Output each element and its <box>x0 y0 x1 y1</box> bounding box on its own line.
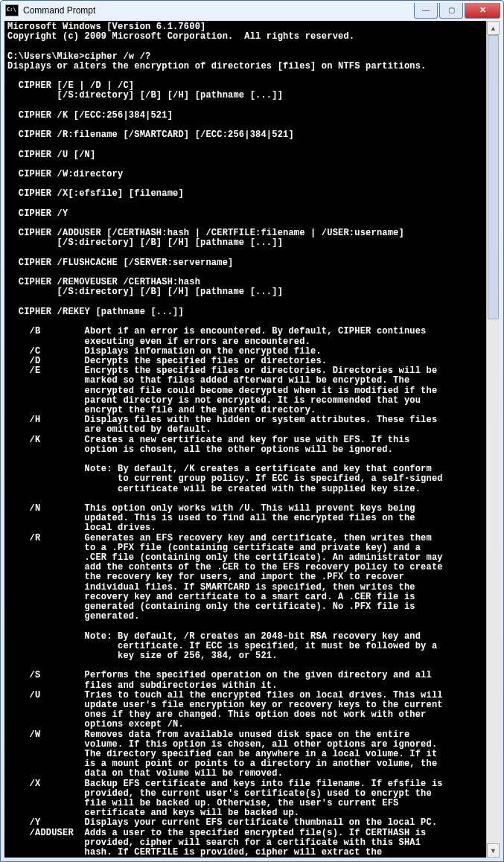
syntax-line: CIPHER /X[:efsfile] [filename] <box>7 188 184 199</box>
header-line1: Microsoft Windows [Version 6.1.7600] <box>7 22 205 32</box>
scroll-thumb[interactable] <box>488 35 499 319</box>
window-frame: Command Prompt — ▢ ✕ Microsoft Windows [… <box>0 0 504 862</box>
window-title: Command Prompt <box>23 5 412 16</box>
client-area: Microsoft Windows [Version 6.1.7600] Cop… <box>4 21 500 858</box>
option-x: /X Backup EFS certificate and keys into … <box>7 779 443 819</box>
option-b: /B Abort if an error is encountered. By … <box>7 326 427 346</box>
syntax-line: [/S:directory] [/B] [/H] [pathname [...]… <box>7 90 283 100</box>
option-u: /U Tries to touch all the encrypted file… <box>7 690 443 730</box>
option-c: /C Displays information on the encrypted… <box>7 346 322 357</box>
caption-buttons: — ▢ ✕ <box>412 3 500 19</box>
syntax-line: CIPHER /ADDUSER [/CERTHASH:hash | /CERTF… <box>7 228 404 238</box>
cmd-icon <box>5 4 19 16</box>
syntax-line: [/S:directory] [/B] [/H] [pathname [...]… <box>7 237 283 248</box>
option-y: /Y Displays your current EFS certificate… <box>7 817 437 828</box>
terminal-output[interactable]: Microsoft Windows [Version 6.1.7600] Cop… <box>4 21 487 858</box>
syntax-line: CIPHER /W:directory <box>7 169 123 179</box>
close-button[interactable]: ✕ <box>465 3 500 19</box>
entered-command: cipher /w /? <box>85 51 151 62</box>
minimize-button[interactable]: — <box>414 3 438 19</box>
titlebar[interactable]: Command Prompt — ▢ ✕ <box>1 1 503 20</box>
maximize-button[interactable]: ▢ <box>439 3 463 19</box>
syntax-line: CIPHER /REKEY [pathname [...]] <box>7 307 184 317</box>
vertical-scrollbar[interactable]: ▲ ▼ <box>486 21 500 858</box>
option-w: /W Removes data from available unused di… <box>7 729 437 779</box>
option-s: /S Performs the specified operation on t… <box>7 670 432 690</box>
command-description: Displays or alters the encryption of dir… <box>7 61 427 71</box>
option-n: /N This option only works with /U. This … <box>7 503 415 533</box>
option-h: /H Displays files with the hidden or sys… <box>7 415 437 435</box>
syntax-line: CIPHER /U [/N] <box>7 150 95 160</box>
syntax-line: CIPHER /FLUSHCACHE [/SERVER:servername] <box>7 258 233 268</box>
scroll-up-button[interactable]: ▲ <box>487 21 500 35</box>
option-k: /K Creates a new certificate and key for… <box>7 435 443 494</box>
scroll-track[interactable] <box>487 35 500 843</box>
option-d: /D Decrypts the specified files or direc… <box>7 356 327 366</box>
option-r: /R Generates an EFS recovery key and cer… <box>7 533 443 661</box>
option-adduser: /ADDUSER Adds a user to the specified en… <box>7 828 432 858</box>
syntax-line: CIPHER /Y <box>7 208 68 219</box>
syntax-line: [/S:directory] [/B] [/H] [pathname [...]… <box>7 287 283 297</box>
syntax-line: CIPHER /R:filename [/SMARTCARD] [/ECC:25… <box>7 130 294 140</box>
syntax-line: CIPHER [/E | /D | /C] <box>7 80 134 91</box>
syntax-line: CIPHER /REMOVEUSER /CERTHASH:hash <box>7 277 200 287</box>
option-e: /E Encrypts the specified files or direc… <box>7 365 437 415</box>
syntax-line: CIPHER /K [/ECC:256|384|521] <box>7 110 173 121</box>
header-line2: Copyright (c) 2009 Microsoft Corporation… <box>7 31 354 42</box>
prompt: C:\Users\Mike> <box>7 51 85 62</box>
scroll-down-button[interactable]: ▼ <box>487 843 500 858</box>
